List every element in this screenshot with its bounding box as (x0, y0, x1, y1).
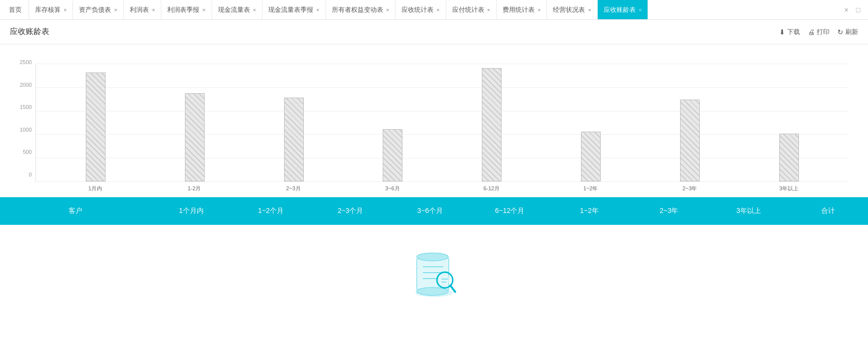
x-label: 1~2年 (576, 185, 606, 192)
bar (383, 129, 402, 181)
page-title: 应收账龄表 (10, 27, 49, 37)
tab-label: 资产负债表 (79, 5, 111, 14)
window-controls: × □ (842, 6, 866, 14)
tab-close-icon[interactable]: × (436, 7, 439, 13)
tab-close-icon[interactable]: × (253, 7, 256, 13)
bar-group (383, 129, 402, 181)
th-cell: 1~2个月 (231, 207, 310, 215)
tab-label: 库存核算 (35, 5, 61, 14)
tab-label: 现金流量表季报 (268, 5, 313, 14)
y-label: 2500 (20, 59, 32, 65)
svg-point-2 (417, 253, 448, 261)
y-label: 1500 (20, 104, 32, 110)
tab-operation[interactable]: 经营状况表× (547, 0, 597, 20)
x-label: 6-12月 (477, 185, 506, 192)
empty-icon (404, 245, 464, 299)
y-label: 500 (23, 149, 32, 155)
tab-payable-stat[interactable]: 应付统计表× (446, 0, 497, 20)
bar (86, 72, 106, 181)
bars-container (36, 64, 848, 181)
bar (680, 100, 700, 181)
tab-label: 应收账龄表 (604, 5, 636, 14)
bar-group (680, 100, 700, 181)
tab-close-icon[interactable]: × (202, 7, 205, 13)
download-button[interactable]: ⬇ 下载 (779, 28, 800, 36)
chart-grid-area (36, 64, 848, 182)
tab-close-icon[interactable]: × (639, 7, 642, 13)
tab-label: 应付统计表 (452, 5, 484, 14)
y-label: 1000 (20, 127, 32, 133)
tab-close-icon[interactable]: × (386, 7, 389, 13)
tab-label: 费用统计表 (503, 5, 535, 14)
th-cell: 2~3年 (629, 207, 709, 215)
bar (779, 134, 799, 181)
y-label: 2000 (20, 82, 32, 88)
x-label: 3~6月 (378, 185, 407, 192)
download-label: 下载 (787, 28, 800, 36)
x-label: 2~3月 (279, 185, 308, 192)
print-label: 打印 (817, 28, 830, 36)
x-label: 1-2月 (180, 185, 209, 192)
tab-close-icon[interactable]: × (64, 7, 67, 13)
refresh-label: 刷新 (845, 28, 858, 36)
th-cell: 合计 (789, 207, 868, 215)
tab-inventory[interactable]: 库存核算× (29, 0, 73, 20)
tab-close-icon[interactable]: × (114, 7, 117, 13)
tab-aging[interactable]: 应收账龄表× (598, 0, 648, 20)
download-icon: ⬇ (779, 28, 785, 36)
th-cell: 3年以上 (709, 207, 788, 215)
header-actions: ⬇ 下载 🖨 打印 ↻ 刷新 (779, 28, 858, 36)
svg-point-3 (417, 287, 448, 295)
y-axis: 25002000150010005000 (20, 59, 36, 178)
print-button[interactable]: 🖨 打印 (808, 28, 830, 36)
tab-cashflow[interactable]: 现金流量表× (212, 0, 262, 20)
tab-label: 现金流量表 (218, 5, 250, 14)
th-cell: 客户 (0, 207, 151, 215)
refresh-icon: ↻ (837, 28, 843, 36)
th-cell: 1个月内 (151, 207, 231, 215)
tab-bar: 首页 库存核算×资产负债表×利润表×利润表季报×现金流量表×现金流量表季报×所有… (0, 0, 868, 20)
bar-chart: 25002000150010005000 1月内1-2月2~3月3~6月6-12… (20, 54, 848, 192)
bar (581, 132, 601, 181)
tab-equity[interactable]: 所有者权益变动表× (326, 0, 396, 20)
bar-group (482, 68, 502, 181)
y-label: 0 (29, 172, 32, 178)
x-label: 2~3年 (675, 185, 705, 192)
tab-profit-quarterly[interactable]: 利润表季报× (161, 0, 212, 20)
svg-point-8 (440, 275, 450, 285)
main-content: 25002000150010005000 1月内1-2月2~3月3~6月6-12… (0, 44, 868, 355)
chart-body: 1月内1-2月2~3月3~6月6-12月1~2年2~3年3年以上 (36, 64, 848, 192)
svg-rect-1 (417, 257, 449, 291)
bar-group (86, 72, 106, 181)
th-cell: 6~12个月 (470, 207, 549, 215)
tab-close-icon[interactable]: × (316, 7, 319, 13)
tab-cashflow-quarterly[interactable]: 现金流量表季报× (262, 0, 326, 20)
bar-group (185, 93, 205, 181)
svg-line-9 (450, 285, 455, 292)
maximize-window-button[interactable]: □ (854, 6, 862, 14)
tab-profit[interactable]: 利润表× (124, 0, 161, 20)
tab-expense-stat[interactable]: 费用统计表× (497, 0, 547, 20)
tab-label: 经营状况表 (553, 5, 585, 14)
tab-label: 利润表季报 (167, 5, 199, 14)
tab-label: 利润表 (130, 5, 149, 14)
tab-balance-sheet[interactable]: 资产负债表× (73, 0, 123, 20)
tab-receivable-stat[interactable]: 应收统计表× (396, 0, 446, 20)
bar (185, 93, 205, 181)
tab-close-icon[interactable]: × (487, 7, 490, 13)
refresh-button[interactable]: ↻ 刷新 (837, 28, 858, 36)
tab-label: 应收统计表 (401, 5, 434, 14)
bar-group (779, 134, 799, 181)
bar-group (284, 98, 304, 181)
tab-close-icon[interactable]: × (588, 7, 591, 13)
page-header: 应收账龄表 ⬇ 下载 🖨 打印 ↻ 刷新 (0, 20, 868, 44)
tab-close-icon[interactable]: × (152, 7, 155, 13)
tab-close-icon[interactable]: × (538, 7, 541, 13)
close-window-button[interactable]: × (842, 6, 850, 14)
print-icon: 🖨 (808, 28, 815, 36)
tab-home[interactable]: 首页 (2, 0, 29, 20)
x-label: 3年以上 (774, 185, 804, 192)
empty-state (0, 225, 868, 309)
table-header: 客户1个月内1~2个月2~3个月3~6个月6~12个月1~2年2~3年3年以上合… (0, 197, 868, 225)
th-cell: 1~2年 (549, 207, 629, 215)
